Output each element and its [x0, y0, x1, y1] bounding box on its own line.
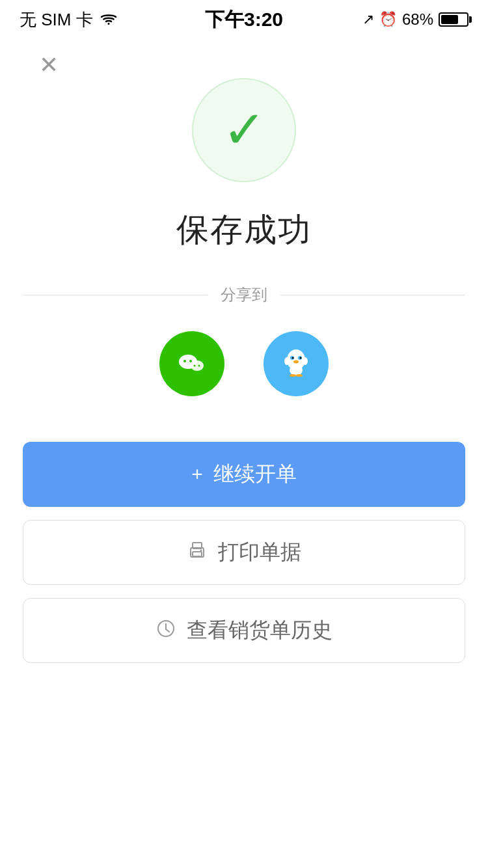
checkmark-icon: ✓ [223, 104, 266, 156]
main-content: ✓ 保存成功 分享到 [0, 39, 488, 663]
wechat-icon [172, 344, 211, 383]
share-label: 分享到 [208, 284, 280, 305]
share-icons [159, 331, 329, 396]
svg-point-10 [300, 357, 302, 359]
battery-icon [439, 12, 468, 27]
svg-point-5 [198, 365, 200, 367]
svg-point-15 [290, 374, 296, 377]
status-left: 无 SIM 卡 [20, 8, 118, 31]
printer-icon [187, 540, 208, 565]
history-label: 查看销货单历史 [187, 616, 332, 645]
qq-share-button[interactable] [264, 331, 329, 396]
svg-point-9 [292, 357, 294, 359]
svg-point-20 [200, 549, 202, 551]
svg-point-16 [296, 374, 303, 377]
continue-order-button[interactable]: + 继续开单 [23, 442, 465, 507]
svg-point-4 [194, 365, 196, 367]
svg-point-14 [303, 357, 308, 365]
divider-right [280, 295, 465, 295]
plus-icon: + [191, 463, 203, 485]
svg-point-13 [284, 357, 290, 365]
status-bar: 无 SIM 卡 下午3:20 ↗ ⏰ 68% [0, 0, 488, 39]
success-title: 保存成功 [176, 208, 312, 252]
location-icon: ↗ [362, 11, 374, 28]
battery-percent: 68% [402, 10, 433, 29]
close-icon: ✕ [39, 53, 59, 77]
success-icon-container: ✓ [192, 78, 296, 182]
svg-point-1 [183, 360, 186, 362]
action-buttons: + 继续开单 打印单据 [23, 442, 465, 663]
status-time: 下午3:20 [205, 7, 283, 33]
svg-line-23 [166, 629, 169, 632]
svg-point-11 [293, 360, 299, 364]
qq-icon [277, 344, 316, 383]
status-right: ↗ ⏰ 68% [362, 10, 468, 29]
continue-order-label: 继续开单 [213, 460, 297, 489]
wifi-icon [100, 13, 118, 26]
svg-point-3 [191, 360, 204, 371]
svg-rect-19 [193, 552, 202, 556]
share-divider: 分享到 [23, 284, 465, 305]
alarm-icon: ⏰ [379, 11, 397, 28]
svg-point-2 [189, 360, 192, 362]
clock-icon [156, 618, 176, 644]
wechat-share-button[interactable] [159, 331, 224, 396]
svg-point-12 [290, 365, 303, 375]
divider-left [23, 295, 208, 295]
history-button[interactable]: 查看销货单历史 [23, 598, 465, 663]
print-label: 打印单据 [218, 538, 301, 567]
carrier-label: 无 SIM 卡 [20, 8, 93, 31]
print-button[interactable]: 打印单据 [23, 520, 465, 585]
close-button[interactable]: ✕ [33, 49, 65, 81]
